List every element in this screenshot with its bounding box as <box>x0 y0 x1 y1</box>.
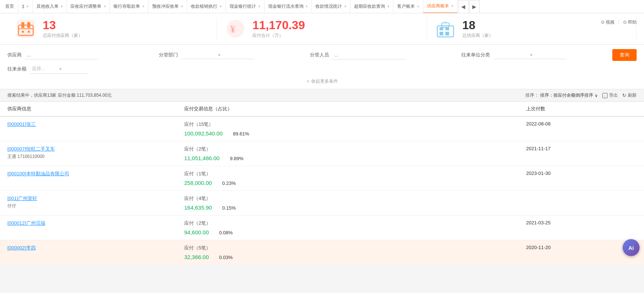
payable-total-label: 应付合计（万） <box>252 32 305 39</box>
supplier-link-5[interactable]: [000002]李四 <box>7 245 36 251</box>
nav-tab-cash-flow-close[interactable]: × <box>306 4 308 8</box>
nav-tab-other-income-label: 其他收入单 <box>36 3 59 10</box>
nav-tab-customer-ledger-close[interactable]: × <box>417 4 419 8</box>
balance-filter-select[interactable]: 选择... ∨ <box>29 64 88 74</box>
nav-tab-adjust-close[interactable]: × <box>104 4 106 8</box>
nav-tab-bank-close[interactable]: × <box>142 4 144 8</box>
tx-amount-1[interactable]: 11,051,486.00 <box>184 155 220 161</box>
nav-tab-home-label: 首页 <box>5 3 14 10</box>
results-right: 排序： 排序：按应付余额倒序排序 ∨ ↓ 导出 ↻ 刷新 <box>525 92 637 99</box>
supplier-link-4[interactable]: [000012]广州贝瑞 <box>7 220 45 226</box>
help-link[interactable]: ⊙帮助 <box>623 19 637 25</box>
nav-tab-cash-stats[interactable]: 现金银行统计 × <box>226 0 265 13</box>
nav-tab-cash-flow[interactable]: 现金银行流水查询 × <box>265 0 312 13</box>
export-button[interactable]: ↓ 导出 <box>602 92 618 99</box>
tx-label-4: 应付（2笔） <box>184 220 526 227</box>
supplier-link-3[interactable]: [001]广州荣轩 <box>7 196 37 201</box>
svg-text:¥: ¥ <box>230 23 235 35</box>
nav-tab-receipt-stats[interactable]: 收款情况统计 × <box>312 0 350 13</box>
filter-row-1: 供应商 分管部门 ∨ 分管人员 往来单位分类 ∨ 查询 <box>7 49 637 61</box>
sort-label: 排序： <box>525 92 539 99</box>
tx-cell-4: 应付（2笔） 94,600.00 0.08% <box>184 220 526 235</box>
tx-cell-5: 应付（5笔） 32,366.00 0.03% <box>184 245 526 260</box>
nav-tab-prepay[interactable]: 预收冲应收单 × <box>148 0 187 13</box>
stat-info-payable-total: 11,170.39 应付合计（万） <box>252 19 305 39</box>
tx-cell-0: 应付（15笔） 100,092,540.00 89.61% <box>184 121 526 137</box>
tx-label-1: 应付（2笔） <box>184 146 526 152</box>
tx-amount-4[interactable]: 94,600.00 <box>184 229 209 235</box>
top-right-links: ⊙视频 | ⊙帮助 <box>601 19 637 25</box>
nav-tab-home[interactable]: 首页 <box>1 0 18 13</box>
nav-tab-bank[interactable]: 银行存取款单 × <box>110 0 148 13</box>
nav-tab-adjust[interactable]: 应收应付调整单 × <box>67 0 110 13</box>
nav-tab-overdue[interactable]: 超期应收款查询 × <box>350 0 393 13</box>
nav-tab-cash-stats-close[interactable]: × <box>258 4 260 8</box>
last-pay-4: 2021-03-25 <box>526 220 551 225</box>
nav-tab-collection[interactable]: 收款核销执行 × <box>187 0 226 13</box>
supplier-cell-3: [001]广州荣轩 仔仔 <box>7 195 184 209</box>
supplier-cell-5: [000002]李四 <box>7 245 184 251</box>
tx-amount-2[interactable]: 258,000.00 <box>184 180 212 186</box>
nav-tab-overdue-label: 超期应收款查询 <box>354 3 385 10</box>
tx-row-3: 164,635.90 0.15% <box>184 203 526 211</box>
supplier-link-1[interactable]: [000007]恒旺二手叉车 <box>7 146 55 152</box>
nav-arrow-left[interactable]: ◀ <box>458 0 469 13</box>
nav-tab-prepay-label: 预收冲应收单 <box>152 3 179 10</box>
nav-arrow-right[interactable]: ▶ <box>469 0 480 13</box>
nav-tab-other-income[interactable]: 其他收入单 × <box>33 0 67 13</box>
sort-arrow-icon: ∨ <box>595 93 598 98</box>
tx-percent-3: 0.15% <box>222 205 236 211</box>
top-navigation: 首页 3 × 其他收入单 × 应收应付调整单 × 银行存取款单 × 预收冲应收单… <box>0 0 644 13</box>
last-pay-1: 2021-11-17 <box>526 146 551 151</box>
nav-tab-prepay-close[interactable]: × <box>181 4 183 8</box>
tx-cell-1: 应付（2笔） 11,051,486.00 9.89% <box>184 146 526 161</box>
filter-item-balance: 往来余额 选择... ∨ <box>7 64 103 74</box>
lastpay-cell-4: 2021-03-25 <box>526 220 637 225</box>
payable-suppliers-num: 13 <box>43 19 83 31</box>
collapse-bar[interactable]: ∧ 收起更多条件 <box>7 77 637 86</box>
nav-tab-3-close[interactable]: × <box>27 4 29 8</box>
person-filter-input[interactable] <box>332 51 406 59</box>
tx-row-5: 32,366.00 0.03% <box>184 253 526 260</box>
results-summary: 搜索结果中，供应商13家 应付金额 111,703,854.00元 <box>7 92 112 99</box>
nav-tab-overdue-close[interactable]: × <box>387 4 389 8</box>
nav-tab-3[interactable]: 3 × <box>18 0 33 13</box>
supplier-sub-3: 仔仔 <box>7 203 184 209</box>
stat-info-payable-suppliers: 13 总应付供应商（家） <box>43 19 83 39</box>
svg-rect-3 <box>27 22 30 28</box>
ai-badge[interactable]: Ai <box>623 239 640 256</box>
refresh-label: 刷新 <box>628 92 637 99</box>
tx-percent-1: 9.89% <box>230 156 244 161</box>
supplier-link-2[interactable]: [000100]本特勤油品有限公司 <box>7 171 69 176</box>
nav-tab-receipt-stats-close[interactable]: × <box>344 4 346 8</box>
category-dropdown-arrow: ∨ <box>530 52 564 57</box>
dept-filter-select[interactable]: ∨ <box>181 51 255 59</box>
nav-tab-3-label: 3 <box>22 4 24 9</box>
last-pay-0: 2022-08-08 <box>526 121 551 127</box>
table-row: [001]广州荣轩 仔仔 应付（4笔） 164,635.90 0.15% <box>0 191 644 216</box>
stats-bar: 13 总应付供应商（家） ¥ 11,170.39 应付合计（万） <box>0 13 644 45</box>
sort-selector[interactable]: 排序： 排序：按应付余额倒序排序 ∨ <box>525 92 598 99</box>
query-button[interactable]: 查询 <box>612 49 637 61</box>
balance-filter-value: 选择... <box>32 65 59 72</box>
export-label: 导出 <box>609 92 618 99</box>
nav-tab-supplier-ledger-close[interactable]: × <box>451 4 454 8</box>
supplier-filter-input[interactable] <box>25 51 98 59</box>
tx-amount-3[interactable]: 164,635.90 <box>184 204 212 211</box>
svg-rect-2 <box>21 22 24 28</box>
refresh-button[interactable]: ↻ 刷新 <box>622 92 637 99</box>
lastpay-cell-2: 2023-01-30 <box>526 170 637 176</box>
video-link[interactable]: ⊙视频 <box>601 19 615 25</box>
tx-amount-5[interactable]: 32,366.00 <box>184 254 209 260</box>
nav-tab-supplier-ledger[interactable]: 供应商账本 × <box>423 0 458 13</box>
table-row: [000001]张三 应付（15笔） 100,092,540.00 89.61%… <box>0 117 644 141</box>
category-filter-select[interactable]: ∨ <box>493 51 567 59</box>
nav-tab-other-income-close[interactable]: × <box>61 4 63 8</box>
supplier-link-0[interactable]: [000001]张三 <box>7 121 36 127</box>
tx-cell-2: 应付（1笔） 258,000.00 0.23% <box>184 170 526 186</box>
supplier-sub-1: 王通 17106110000 <box>7 154 184 160</box>
nav-tab-collection-close[interactable]: × <box>220 4 222 8</box>
tx-amount-0[interactable]: 100,092,540.00 <box>184 130 223 137</box>
total-suppliers-icon <box>434 18 456 40</box>
nav-tab-customer-ledger[interactable]: 客户账本 × <box>393 0 423 13</box>
